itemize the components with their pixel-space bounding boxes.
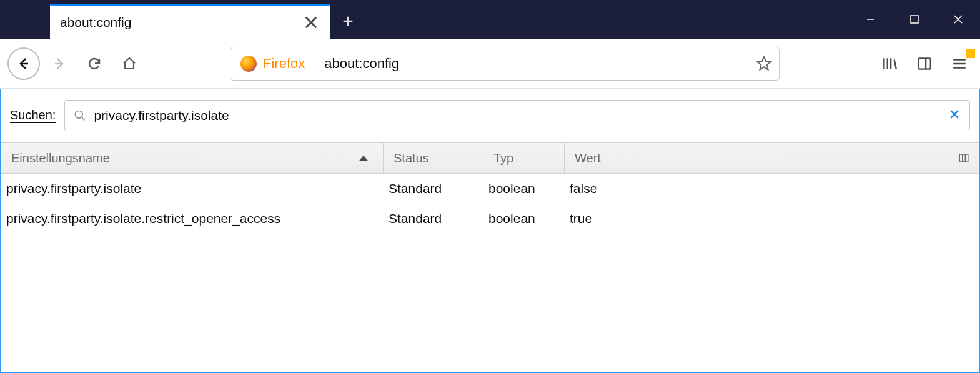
content-area: Suchen: Einstellungsname Status Typ Wert [0, 89, 980, 373]
url-bar[interactable]: Firefox [230, 47, 780, 81]
close-tab-icon[interactable] [302, 14, 320, 31]
svg-rect-3 [959, 154, 968, 162]
svg-rect-0 [911, 16, 918, 23]
cell-type: boolean [483, 181, 565, 196]
column-header-name[interactable]: Einstellungsname [1, 143, 384, 173]
search-icon [74, 109, 86, 122]
sidebar-icon[interactable] [911, 51, 938, 77]
table-header: Einstellungsname Status Typ Wert [1, 142, 979, 174]
column-header-value[interactable]: Wert [565, 143, 948, 173]
window-controls [849, 0, 980, 39]
nav-toolbar: Firefox [0, 39, 980, 89]
cell-value: false [565, 181, 979, 196]
search-label: Suchen: [10, 108, 56, 123]
cell-name: privacy.firstparty.isolate.restrict_open… [1, 211, 384, 226]
cell-name: privacy.firstparty.isolate [1, 181, 384, 196]
column-header-name-label: Einstellungsname [11, 151, 110, 166]
bookmark-star-icon[interactable] [749, 56, 779, 72]
table-body: privacy.firstparty.isolateStandardboolea… [1, 174, 979, 372]
search-row: Suchen: [1, 89, 979, 142]
column-header-type-label: Typ [493, 151, 513, 166]
cell-value: true [565, 211, 979, 226]
cell-status: Standard [384, 181, 483, 196]
identity-box[interactable]: Firefox [230, 47, 315, 80]
table-row[interactable]: privacy.firstparty.isolate.restrict_open… [1, 204, 979, 234]
clear-search-icon[interactable] [948, 108, 961, 123]
minimize-button[interactable] [849, 6, 893, 33]
cell-type: boolean [483, 211, 565, 226]
back-button[interactable] [7, 47, 40, 80]
home-button[interactable] [114, 48, 145, 79]
svg-point-2 [76, 111, 83, 119]
library-icon[interactable] [876, 51, 903, 77]
column-picker-icon[interactable] [948, 152, 979, 164]
tab-title: about:config [60, 15, 302, 30]
forward-button[interactable] [44, 48, 75, 79]
firefox-icon [240, 56, 257, 72]
reload-button[interactable] [79, 48, 110, 79]
search-box[interactable] [64, 100, 970, 131]
menu-button[interactable] [946, 51, 973, 77]
url-input[interactable] [315, 56, 749, 72]
identity-label: Firefox [263, 56, 305, 72]
cell-status: Standard [384, 211, 483, 226]
column-header-status[interactable]: Status [384, 143, 483, 173]
tabs-area: about:config [0, 0, 366, 39]
new-tab-button[interactable] [330, 4, 366, 39]
sort-ascending-icon [359, 151, 368, 166]
search-input[interactable] [94, 108, 941, 123]
column-header-value-label: Wert [575, 151, 601, 166]
column-header-type[interactable]: Typ [483, 143, 565, 173]
close-window-button[interactable] [936, 6, 980, 33]
toolbar-right [876, 51, 973, 77]
svg-rect-1 [918, 58, 931, 69]
notification-badge-icon [966, 49, 975, 58]
column-header-status-label: Status [393, 151, 429, 166]
title-bar: about:config [0, 0, 980, 39]
table-row[interactable]: privacy.firstparty.isolateStandardboolea… [1, 174, 979, 204]
maximize-button[interactable] [893, 6, 936, 33]
browser-tab[interactable]: about:config [50, 4, 330, 39]
